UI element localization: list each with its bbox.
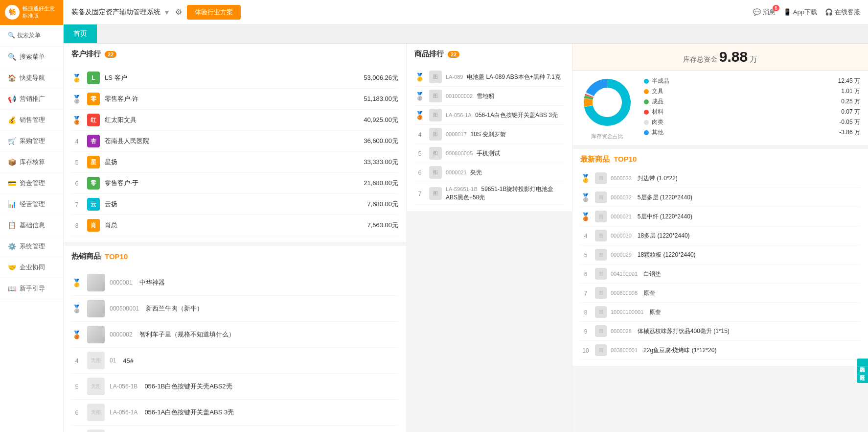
page-tabs: 首页	[64, 24, 868, 44]
customer-name: LS 客户	[105, 73, 359, 82]
silver-medal-icon: 🥈	[72, 305, 82, 313]
newest-product-item: 5 图 0000029 18颗粒板 (1220*2440)	[580, 245, 860, 264]
float-service-panel: 客服热线服务社区直播	[857, 359, 868, 383]
rank-indicator: 5	[414, 150, 425, 157]
rank-indicator: 🥇	[71, 278, 82, 288]
product-placeholder-image: 无图	[87, 352, 105, 369]
product-name: 夹壳	[470, 169, 482, 176]
product-code: 001000002	[446, 93, 473, 99]
product-avatar: 图	[429, 147, 442, 160]
legend-name: 材料	[652, 108, 838, 116]
customer-rank-item: 🥉 红 红太阳文具 40,925.00元	[71, 110, 398, 131]
rank-indicator: 8	[71, 222, 82, 229]
customer-name: 云扬	[105, 200, 362, 209]
product-avatar: 图	[595, 306, 607, 318]
sidebar-item-search[interactable]: 🔍 搜索菜单	[0, 47, 63, 68]
legend-color-dot	[644, 130, 649, 135]
product-name: 电池盖 LA-089 ABS本色+黑种 7.1克	[467, 73, 561, 80]
dropdown-arrow-icon: ▼	[163, 8, 170, 16]
sidebar-item-label: 资金管理	[20, 179, 45, 188]
right-panel: 库存总资金 9.88 万 库存资金占比 半成品 12.45 万 文具 1.01 …	[572, 44, 868, 432]
donut-chart: 库存资金占比	[580, 75, 634, 140]
customer-ranking-title: 客户排行 22	[71, 49, 116, 59]
silver-medal-icon: 🥈	[72, 95, 82, 103]
sidebar-item-quicknav[interactable]: 🏠 快捷导航	[0, 68, 63, 89]
rank-indicator: 4	[414, 131, 425, 138]
hot-product-item: 4 无图 01 45#	[71, 348, 398, 374]
sidebar-search-area[interactable]: 🔍 搜索菜单	[0, 25, 63, 47]
product-avatar: 图	[429, 71, 442, 83]
rank-indicator: 10	[580, 347, 591, 354]
online-service-button[interactable]: 🎧 在线客服	[825, 8, 860, 17]
sidebar-item-guide[interactable]: 📖 新手引导	[0, 278, 63, 299]
sidebar-item-sales[interactable]: 💰 销售管理	[0, 110, 63, 131]
rank-indicator: 🥉	[414, 111, 425, 120]
product-ranking-title: 商品排行 22	[414, 49, 459, 59]
tab-home[interactable]: 首页	[64, 24, 97, 43]
search-icon: 🔍	[8, 53, 16, 61]
sidebar-item-purchase[interactable]: 🛒 采购管理	[0, 131, 63, 152]
gold-medal-icon: 🥇	[72, 279, 82, 287]
product-rank-item: 4 图 0000017 10S 变刹罗蟹	[414, 125, 564, 144]
sidebar-item-basic[interactable]: 📋 基础信息	[0, 215, 63, 236]
product-rank-list: 🥇 图 LA-089 电池盖 LA-089 ABS本色+黑种 7.1克 🥈 图 …	[414, 68, 564, 205]
hot-product-item: 🥇 0000001 中华神器	[71, 270, 398, 296]
guide-icon: 📖	[8, 285, 16, 292]
sidebar-item-system[interactable]: ⚙️ 系统管理	[0, 236, 63, 257]
float-service-button[interactable]: 服务社区	[857, 367, 868, 375]
gold-medal-icon: 🥇	[581, 174, 591, 183]
customer-avatar: 杏	[87, 135, 100, 147]
sidebar-item-inventory[interactable]: 📦 库存核算	[0, 152, 63, 173]
silver-medal-icon: 🥈	[581, 193, 591, 202]
newest-product-item: 10 图 003800001 22g鱼豆腐·烧烤味 (1*12*20)	[580, 341, 860, 360]
settings-icon[interactable]: ⚙	[175, 7, 182, 17]
customer-amount: 53,006.26元	[364, 73, 398, 82]
gold-medal-icon: 🥇	[415, 73, 425, 81]
legend-color-dot	[644, 79, 649, 84]
left-panel: 客户排行 22 🥇 L LS 客户 53,006.26元 🥈 零 零售客户·许 …	[64, 44, 406, 432]
system-icon: ⚙️	[8, 242, 16, 250]
sidebar-item-marketing[interactable]: 📢 营销推广	[0, 89, 63, 110]
sidebar-item-cooperation[interactable]: 🤝 企业协同	[0, 257, 63, 278]
message-button[interactable]: 💬 消息 6	[753, 8, 776, 17]
product-rank-item: 6 图 0000021 夹壳	[414, 163, 564, 182]
logo-text: 畅捷通好生意 标准版	[23, 5, 55, 20]
rank-indicator: 6	[414, 169, 425, 176]
product-placeholder-image: 无图	[87, 430, 105, 432]
legend-color-dot	[644, 89, 649, 94]
rank-indicator: 9	[580, 328, 591, 335]
newest-product-item: 🥇 图 0000033 封边带 (1.0*22)	[580, 169, 860, 188]
product-code: 0000028	[611, 328, 632, 334]
legend-value: -0.05 万	[839, 118, 860, 126]
system-name-label: 装备及固定资产辅助管理系统 ▼	[71, 8, 170, 17]
sidebar-item-operation[interactable]: 📊 经营管理	[0, 194, 63, 215]
product-avatar: 图	[595, 192, 607, 203]
trial-button[interactable]: 体验行业方案	[187, 5, 241, 20]
customer-ranking-section: 客户排行 22 🥇 L LS 客户 53,006.26元 🥈 零 零售客户·许 …	[64, 44, 406, 242]
customer-rank-item: 8 肖 肖总 7,563.00元	[71, 215, 398, 236]
product-avatar: 图	[429, 187, 442, 200]
float-service-button[interactable]: 客服热线	[857, 359, 868, 367]
search-menu-button[interactable]: 🔍 搜索菜单	[4, 29, 59, 42]
float-service-button[interactable]: 直播	[857, 375, 868, 383]
product-code: 0000030	[611, 233, 632, 239]
customer-rank-item: 6 零 零售客户·于 21,680.00元	[71, 173, 398, 194]
sidebar-item-finance[interactable]: 💳 资金管理	[0, 173, 63, 194]
rank-indicator: 🥈	[414, 92, 425, 101]
product-avatar: 图	[595, 211, 607, 222]
customer-avatar: 云	[87, 198, 100, 211]
customer-avatar: 零	[87, 177, 100, 190]
product-avatar: 图	[595, 268, 607, 280]
product-name: 原奎	[643, 289, 655, 297]
silver-medal-icon: 🥈	[415, 92, 425, 100]
newest-products-title: 最新商品 TOP10	[580, 155, 860, 164]
app-download-button[interactable]: 📱 App下载	[783, 8, 817, 17]
product-image	[87, 300, 105, 317]
product-placeholder-image: 无图	[87, 404, 105, 421]
product-name: 白钢垫	[643, 270, 661, 278]
customer-rank-item: 🥈 零 零售客户·许 51,183.00元	[71, 89, 398, 110]
legend-value: 0.07 万	[841, 108, 860, 116]
content-area: 客户排行 22 🥇 L LS 客户 53,006.26元 🥈 零 零售客户·许 …	[64, 44, 868, 432]
sidebar-item-label: 库存核算	[20, 158, 45, 167]
customer-rank-item: 5 星 星扬 33,333.00元	[71, 152, 398, 173]
